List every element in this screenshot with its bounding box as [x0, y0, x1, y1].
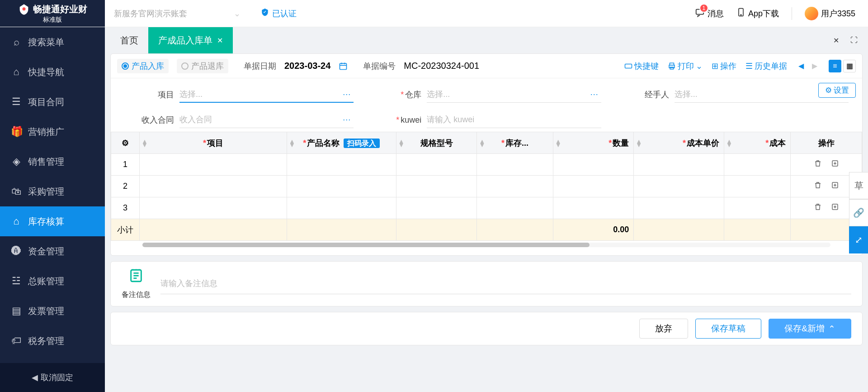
sidebar-item-gift[interactable]: 🎁营销推广 [0, 117, 105, 147]
col-qty[interactable]: ▲▼*数量 [553, 132, 634, 154]
col-cost[interactable]: ▲▼*成本 [724, 132, 791, 154]
radio-product-in[interactable]: 产品入库 [117, 59, 169, 73]
sidebar-item-bag[interactable]: 🛍采购管理 [0, 177, 105, 206]
svg-point-0 [23, 7, 26, 10]
operate-button[interactable]: ⊞ 操作 [712, 61, 736, 72]
date-value: 2023-03-24 [284, 61, 330, 71]
house-icon: ⌂ [11, 215, 22, 227]
radio-dot-icon [181, 62, 189, 70]
svg-rect-5 [625, 64, 632, 68]
sidebar-item-search[interactable]: ⌕搜索菜单 [0, 27, 105, 57]
table-row[interactable]: 2 [111, 176, 862, 197]
sidebar-unpin[interactable]: ◀ 取消固定 [0, 363, 105, 392]
sidebar-item-tax[interactable]: 🏷税务管理 [0, 326, 105, 356]
list-icon: ≡ [833, 62, 837, 70]
field-warehouse-input[interactable] [427, 90, 587, 99]
fullscreen-button[interactable]: ⛶ [847, 33, 861, 47]
ellipsis-icon[interactable]: ··· [340, 115, 354, 124]
radio-out-label: 产品退库 [191, 61, 224, 72]
expand-icon: ⤢ [855, 234, 863, 245]
divider [792, 7, 792, 20]
print-button[interactable]: 打印 ⌄ [668, 61, 703, 72]
message-badge: 1 [699, 4, 708, 13]
x-icon: ✕ [833, 36, 839, 45]
add-row-button[interactable] [831, 203, 839, 213]
remark-icon-area: 备注信息 [122, 268, 151, 300]
col-spec[interactable]: ▲▼规格型号 [396, 132, 477, 154]
unpin-label: 取消固定 [41, 372, 73, 383]
col-stock[interactable]: ▲▼*库存... [477, 132, 553, 154]
table-row[interactable]: 3 [111, 197, 862, 219]
view-list-button[interactable]: ≡ [829, 60, 841, 72]
delete-row-button[interactable] [814, 181, 822, 191]
view-card-button[interactable]: ▦ [843, 60, 856, 72]
scan-tag[interactable]: 扫码录入 [344, 139, 380, 148]
ellipsis-icon[interactable]: ··· [588, 90, 601, 99]
next-button[interactable]: ▶ [810, 61, 820, 71]
add-row-button[interactable] [831, 159, 839, 170]
tab-home-label: 首页 [120, 34, 138, 47]
messages-button[interactable]: 1 消息 [695, 7, 724, 19]
col-cost-price[interactable]: ▲▼*成本单价 [634, 132, 724, 154]
float-link-button[interactable]: 🔗 [849, 199, 868, 226]
field-project-input[interactable] [179, 90, 340, 99]
sidebar-item-diamond[interactable]: ◈销售管理 [0, 147, 105, 177]
field-handler-input[interactable] [675, 90, 835, 99]
float-expand-button[interactable]: ⤢ [849, 226, 868, 253]
note-icon [128, 268, 144, 287]
row-number: 3 [111, 197, 140, 219]
sidebar-item-label: 采购管理 [28, 186, 64, 198]
subtotal-qty: 0.00 [553, 219, 634, 241]
account-select[interactable]: 新服务官网演示账套 ⌄ [114, 8, 241, 19]
col-product-name[interactable]: ▲▼*产品名称 扫码录入 [287, 132, 396, 154]
discard-button[interactable]: 放弃 [639, 319, 688, 339]
history-button[interactable]: ☰ 历史单据 [745, 61, 787, 72]
delete-row-button[interactable] [814, 159, 822, 170]
sidebar-item-invoice[interactable]: ▤发票管理 [0, 296, 105, 326]
sidebar-item-home[interactable]: ⌂快捷导航 [0, 57, 105, 87]
remark-input[interactable] [160, 279, 851, 288]
field-income-contract-label: 收入合同 [124, 115, 174, 125]
col-gear[interactable]: ⚙ [111, 132, 140, 154]
float-draft-button[interactable]: 草 [849, 172, 868, 199]
date-picker-button[interactable] [339, 62, 348, 71]
field-warehouse-label: *仓库 [372, 89, 421, 100]
sidebar-item-label: 搜索菜单 [28, 36, 64, 48]
close-icon[interactable]: ✕ [217, 36, 223, 45]
app-download-button[interactable]: App下载 [736, 7, 779, 19]
settings-button[interactable]: ⚙ 设置 [818, 83, 856, 98]
card-icon: ▦ [846, 62, 853, 70]
ellipsis-icon[interactable]: ··· [340, 90, 354, 99]
message-icon: 1 [695, 7, 705, 19]
tab-active[interactable]: 产成品入库单 ✕ [148, 27, 233, 53]
subtotal-label: 小计 [111, 219, 140, 241]
add-row-button[interactable] [831, 181, 839, 191]
table-row[interactable]: 1 [111, 154, 862, 176]
brand-area: 畅捷通好业财 标准版 [0, 0, 105, 27]
col-project[interactable]: ▲▼*项目 [140, 132, 287, 154]
tab-close-button[interactable]: ✕ [829, 33, 843, 47]
shortcut-button[interactable]: 快捷键 [624, 61, 659, 72]
radio-product-out[interactable]: 产品退库 [177, 59, 228, 73]
shield-check-icon [260, 8, 269, 19]
table-horizontal-scrollbar[interactable] [142, 243, 830, 247]
save-new-button[interactable]: 保存&新增⌃ [769, 319, 851, 339]
field-income-contract-input[interactable] [179, 115, 340, 124]
save-draft-button[interactable]: 保存草稿 [695, 319, 761, 339]
diamond-icon: ◈ [11, 156, 22, 167]
sidebar-item-doc[interactable]: ☰项目合同 [0, 87, 105, 117]
unpin-icon: ◀ [32, 373, 38, 382]
radio-dot-icon [122, 62, 129, 70]
brand-logo-icon [18, 3, 30, 16]
tab-home[interactable]: 首页 [110, 27, 148, 53]
delete-row-button[interactable] [814, 203, 822, 213]
field-kuwei-input[interactable] [427, 115, 601, 124]
sidebar-item-label: 总账管理 [28, 275, 64, 287]
sidebar-item-money[interactable]: 🅐资金管理 [0, 236, 105, 266]
sidebar-item-house[interactable]: ⌂库存核算 [0, 206, 105, 236]
calendar-icon [339, 62, 348, 71]
prev-button[interactable]: ◀ [796, 61, 806, 71]
sidebar-item-ledger[interactable]: ☳总账管理 [0, 266, 105, 296]
user-menu[interactable]: 用户3355 [805, 7, 855, 20]
shortcut-label: 快捷键 [634, 61, 659, 72]
